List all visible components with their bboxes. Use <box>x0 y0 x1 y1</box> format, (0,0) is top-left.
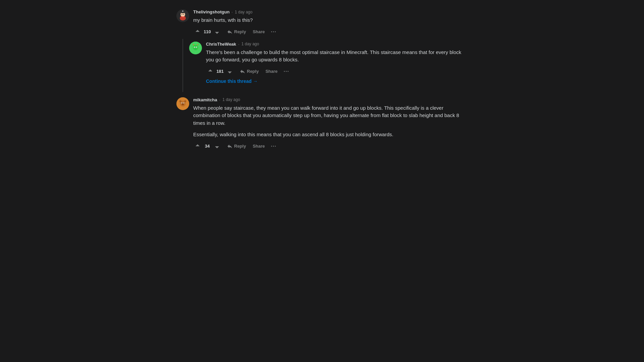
continue-thread-arrow: → <box>253 79 258 84</box>
comment-1-header: Thelivingshotgun · 1 day ago <box>193 9 468 14</box>
comment-1-username[interactable]: Thelivingshotgun <box>193 9 229 14</box>
comment-3-share-button[interactable]: Share <box>250 142 267 150</box>
comment-3-share-label: Share <box>253 144 265 149</box>
comment-1-more-button[interactable]: ··· <box>269 28 278 36</box>
comment-2-upvote[interactable] <box>206 67 215 76</box>
continue-thread-link[interactable]: Continue this thread → <box>206 79 258 84</box>
comment-2-share-button[interactable]: Share <box>263 67 280 75</box>
comment-2-text: There's been a challenge to build the mo… <box>206 49 468 64</box>
comment-2-header: ChrisTheWeak · 1 day ago <box>206 42 468 47</box>
comment-3-downvote[interactable] <box>213 142 221 151</box>
reply-icon-1 <box>227 29 233 35</box>
comment-2-username[interactable]: ChrisTheWeak <box>206 42 236 47</box>
svg-rect-8 <box>181 16 184 17</box>
comment-3-reply-button[interactable]: Reply <box>224 142 249 151</box>
comment-3-username[interactable]: mikamitcha <box>193 97 217 102</box>
avatar-thelivingshotgun <box>176 9 189 22</box>
reply-icon-2 <box>239 68 246 74</box>
nested-comments-1: ChrisTheWeak · 1 day ago There's been a … <box>182 39 468 92</box>
comments-container: Thelivingshotgun · 1 day ago my brain hu… <box>171 0 473 163</box>
comment-2-more-button[interactable]: ··· <box>282 67 291 76</box>
comment-2-share-label: Share <box>265 69 277 74</box>
comment-3-reply-label: Reply <box>234 144 246 149</box>
svg-point-19 <box>195 48 196 49</box>
comment-1-body: Thelivingshotgun · 1 day ago my brain hu… <box>193 9 468 36</box>
avatar-mikamitcha <box>176 97 189 110</box>
svg-point-31 <box>182 103 183 104</box>
comment-1: Thelivingshotgun · 1 day ago my brain hu… <box>176 7 468 39</box>
reply-icon-3 <box>227 143 233 149</box>
separator-3: · <box>219 97 221 102</box>
comment-3-text: When people say staircase, they mean you… <box>193 104 468 139</box>
comment-1-downvote[interactable] <box>213 28 221 36</box>
comment-2-vote-area: 181 <box>206 67 234 76</box>
separator-1: · <box>231 9 233 14</box>
comment-2: ChrisTheWeak · 1 day ago There's been a … <box>189 39 468 92</box>
comment-1-share-label: Share <box>253 29 265 34</box>
comment-1-vote-area: 110 <box>193 28 221 36</box>
comment-1-vote-count: 110 <box>203 29 211 34</box>
comment-3-upvote[interactable] <box>193 142 202 151</box>
comment-3-actions: 34 Reply Share ··· <box>193 142 468 151</box>
comment-2-reply-button[interactable]: Reply <box>237 67 261 76</box>
svg-point-24 <box>180 100 181 102</box>
comment-1-text: my brain hurts, wth is this? <box>193 16 468 24</box>
svg-point-25 <box>184 100 186 102</box>
svg-point-29 <box>181 103 182 103</box>
svg-point-7 <box>183 14 184 15</box>
comment-3: mikamitcha · 1 day ago When people say s… <box>176 95 468 153</box>
svg-point-6 <box>181 14 182 15</box>
comment-1-reply-button[interactable]: Reply <box>224 28 249 36</box>
comment-2-actions: 181 Reply Share <box>206 67 468 76</box>
comment-2-time: 1 day ago <box>241 42 259 46</box>
comment-3-more-button[interactable]: ··· <box>269 142 278 151</box>
comment-2-vote-count: 181 <box>216 69 224 74</box>
svg-point-30 <box>183 103 184 103</box>
comment-3-time: 1 day ago <box>222 97 240 102</box>
comment-1-actions: 110 Reply Share ··· <box>193 28 468 36</box>
comment-1-upvote[interactable] <box>193 28 202 36</box>
comment-3-header: mikamitcha · 1 day ago <box>193 97 468 102</box>
comment-1-share-button[interactable]: Share <box>250 28 267 36</box>
svg-point-17 <box>195 47 195 48</box>
comment-1-reply-label: Reply <box>234 29 246 34</box>
separator-2: · <box>238 42 239 47</box>
avatar-christheweak <box>189 42 202 54</box>
comment-3-vote-count: 34 <box>203 144 211 149</box>
comment-2-body: ChrisTheWeak · 1 day ago There's been a … <box>206 42 468 89</box>
comment-3-vote-area: 34 <box>193 142 221 151</box>
svg-point-18 <box>197 47 197 48</box>
comment-2-reply-label: Reply <box>247 69 259 74</box>
comment-thread-3: mikamitcha · 1 day ago When people say s… <box>176 95 468 153</box>
continue-thread-label: Continue this thread <box>206 79 252 84</box>
comment-2-downvote[interactable] <box>225 67 234 76</box>
svg-point-5 <box>182 11 183 12</box>
comment-1-time: 1 day ago <box>235 10 253 14</box>
comment-3-body: mikamitcha · 1 day ago When people say s… <box>193 97 468 151</box>
comment-thread-1: Thelivingshotgun · 1 day ago my brain hu… <box>176 7 468 92</box>
